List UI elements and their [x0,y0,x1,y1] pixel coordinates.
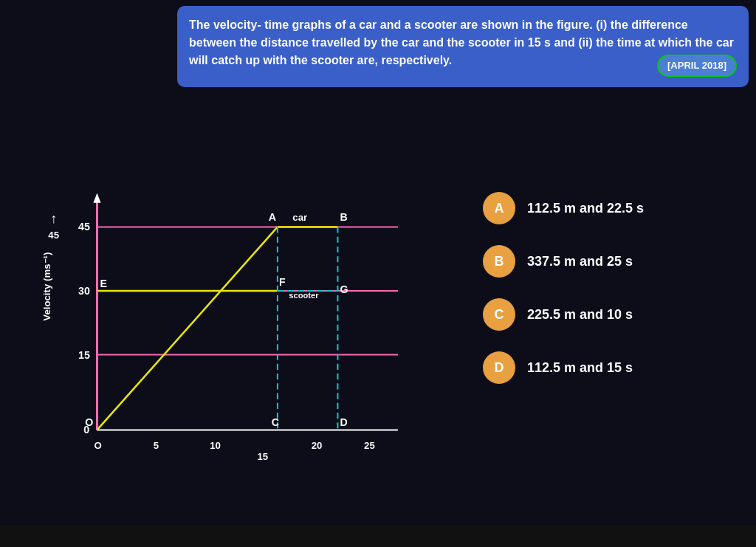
svg-text:C: C [272,416,279,428]
option-circle-c[interactable]: C [483,298,515,331]
april-badge: [APRIL 2018] [657,55,737,77]
question-box: The velocity- time graphs of a car and a… [177,6,749,87]
svg-text:A: A [269,211,276,223]
svg-text:5: 5 [154,440,159,451]
svg-text:car: car [292,212,307,223]
svg-text:10: 10 [210,440,221,451]
bottom-bar [0,525,756,547]
svg-text:15: 15 [257,451,268,462]
option-circle-b[interactable]: B [483,245,515,278]
option-row-b[interactable]: B 337.5 m and 25 s [483,245,749,278]
option-circle-a[interactable]: A [483,192,515,224]
svg-text:Velocity (ms⁻¹): Velocity (ms⁻¹) [41,252,52,321]
option-circle-d[interactable]: D [483,351,515,384]
svg-text:25: 25 [364,440,375,451]
option-label-d: D [495,360,504,376]
question-text: The velocity- time graphs of a car and a… [189,18,734,66]
option-text-b: 337.5 m and 25 s [527,254,633,269]
svg-text:B: B [340,211,347,223]
option-label-b: B [495,254,504,269]
options-panel: A 112.5 m and 22.5 s B 337.5 m and 25 s … [483,192,749,405]
option-label-a: A [495,201,504,216]
velocity-time-graph: Velocity (ms⁻¹) ↑ 45 45 30 15 0 O 5 10 1… [37,177,443,487]
svg-text:scooter: scooter [289,291,319,300]
svg-text:20: 20 [312,440,323,451]
svg-text:E: E [100,278,108,289]
option-text-d: 112.5 m and 15 s [527,360,633,376]
svg-text:G: G [340,283,348,295]
svg-line-20 [97,227,277,430]
svg-text:O: O [85,416,93,428]
svg-text:F: F [279,276,286,288]
svg-marker-35 [93,193,100,203]
svg-text:D: D [340,416,347,428]
option-label-c: C [495,307,504,323]
option-row-d[interactable]: D 112.5 m and 15 s [483,351,749,384]
svg-text:15: 15 [78,349,90,361]
svg-text:30: 30 [78,285,90,297]
option-text-a: 112.5 m and 22.5 s [527,201,644,216]
option-text-c: 225.5 m and 10 s [527,307,633,323]
option-row-a[interactable]: A 112.5 m and 22.5 s [483,192,749,224]
svg-text:O: O [94,440,101,451]
svg-text:↑: ↑ [50,210,57,226]
option-row-c[interactable]: C 225.5 m and 10 s [483,298,749,331]
svg-text:45: 45 [78,221,90,233]
svg-text:45: 45 [48,230,59,241]
